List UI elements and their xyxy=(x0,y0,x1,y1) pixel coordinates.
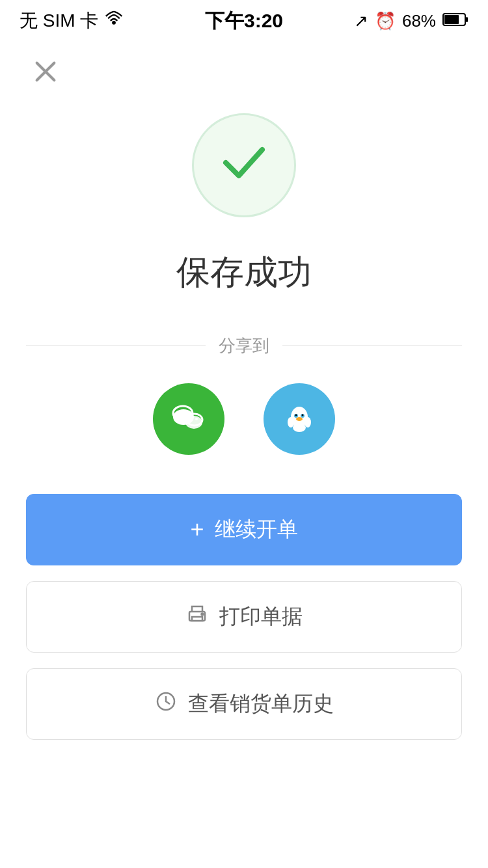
alarm-icon: ⏰ xyxy=(375,11,396,31)
main-content: 保存成功 分享到 xyxy=(0,42,488,740)
share-divider: 分享到 xyxy=(26,334,462,357)
battery-percentage: 68% xyxy=(402,11,436,31)
svg-point-17 xyxy=(305,417,311,427)
share-label: 分享到 xyxy=(206,334,282,357)
svg-point-10 xyxy=(178,411,182,414)
svg-point-21 xyxy=(302,414,304,416)
print-icon xyxy=(185,603,209,631)
svg-rect-24 xyxy=(192,617,202,621)
svg-rect-3 xyxy=(466,17,468,22)
wechat-share-button[interactable] xyxy=(153,383,224,455)
battery-icon xyxy=(442,11,468,31)
svg-point-22 xyxy=(296,417,303,421)
status-time: 下午3:20 xyxy=(205,8,283,34)
close-button[interactable] xyxy=(26,52,65,91)
svg-point-13 xyxy=(195,418,198,420)
success-icon-circle xyxy=(192,113,296,217)
svg-point-8 xyxy=(173,406,193,420)
share-icons-container xyxy=(26,383,462,455)
svg-point-25 xyxy=(202,614,204,616)
qq-share-button[interactable] xyxy=(264,383,335,455)
check-icon xyxy=(218,135,270,196)
success-title: 保存成功 xyxy=(176,250,312,295)
continue-plus-icon: + xyxy=(190,516,204,543)
svg-point-0 xyxy=(113,21,116,24)
svg-point-15 xyxy=(293,423,306,432)
continue-button[interactable]: + 继续开单 xyxy=(26,494,462,565)
wifi-icon xyxy=(105,10,123,33)
history-icon xyxy=(154,690,178,718)
share-section: 分享到 xyxy=(0,334,488,455)
continue-label: 继续开单 xyxy=(215,515,298,544)
status-left: 无 SIM 卡 xyxy=(20,8,123,33)
divider-right xyxy=(282,346,462,346)
print-button[interactable]: 打印单据 xyxy=(26,581,462,653)
svg-point-20 xyxy=(295,414,297,416)
history-label: 查看销货单历史 xyxy=(188,690,334,718)
svg-rect-2 xyxy=(444,15,459,24)
divider-left xyxy=(26,346,206,346)
action-buttons: + 继续开单 打印单据 查看销货单历史 xyxy=(0,494,488,740)
location-icon: ↗ xyxy=(354,11,368,31)
status-right: ↗ ⏰ 68% xyxy=(354,11,468,31)
svg-point-11 xyxy=(185,411,188,414)
svg-point-16 xyxy=(288,417,294,427)
history-button[interactable]: 查看销货单历史 xyxy=(26,668,462,740)
svg-point-12 xyxy=(190,418,193,420)
status-bar: 无 SIM 卡 下午3:20 ↗ ⏰ 68% xyxy=(0,0,488,42)
no-sim-text: 无 SIM 卡 xyxy=(20,8,98,33)
print-label: 打印单据 xyxy=(219,603,303,631)
